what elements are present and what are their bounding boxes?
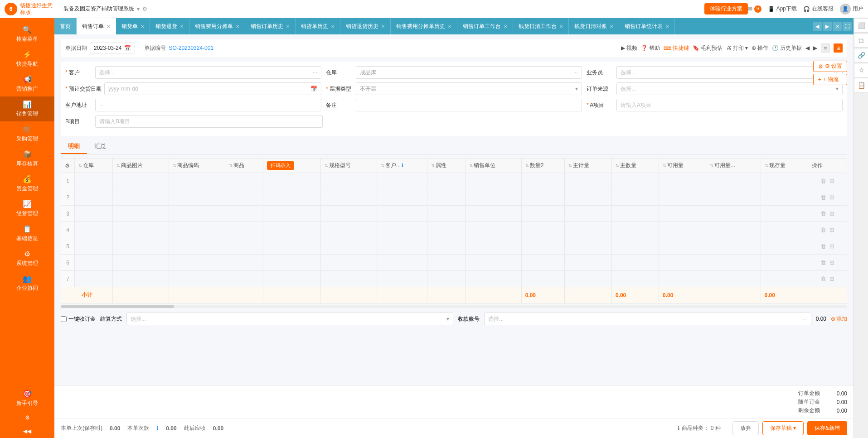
sidebar-item-quick-nav[interactable]: ⚡ 快捷导航 [0,47,54,72]
tab-stats[interactable]: 销售订单统计表 ✕ [619,18,675,34]
tab-return[interactable]: 销货退货 ✕ [150,18,189,34]
copy-row-button[interactable]: ⊞ [829,177,835,185]
right-btn-2[interactable]: ◻ [854,33,868,48]
add-logistics-button[interactable]: + + 物流 [813,74,847,85]
detail-tab[interactable]: 明细 [61,140,87,154]
history-button[interactable]: 🕐 历史单据 [772,44,802,52]
add-payment-button[interactable]: ⊕ 添加 [831,315,847,323]
sort-icon[interactable]: ⇅ [568,163,572,168]
sort-icon[interactable]: ⇅ [663,163,666,168]
sort-icon[interactable]: ⇅ [525,163,529,168]
delete-row-button[interactable]: 🗑 [820,274,827,283]
sidebar-item-beginner[interactable]: 🎯 新手引导 [0,386,54,411]
sidebar-item-inventory[interactable]: 📦 库存核算 [0,146,54,171]
view-video-button[interactable]: ▶ 视频 [621,44,637,52]
sidebar-settings-button[interactable]: ⚙ [0,411,54,424]
tab-return-history[interactable]: 销货退货历史 ✕ [340,18,391,34]
delete-row-button[interactable]: 🗑 [820,258,827,267]
b-project-input[interactable]: 请输入B项目 [95,115,323,128]
solution-button[interactable]: 体验行业方案 [704,3,748,14]
tab-sales-invoice[interactable]: 销货单 ✕ [116,18,150,34]
tab-close-all-button[interactable]: ✕ [833,22,842,31]
tab-close-icon[interactable]: ✕ [331,24,335,29]
sidebar-item-enterprise[interactable]: 👥 企业协同 [0,271,54,296]
one-click-checkbox[interactable] [61,316,67,322]
save-new-button[interactable]: 保存&新增 [807,421,847,435]
tab-daily-workbench[interactable]: 钱货日清工作台 ✕ [513,18,569,34]
delete-row-button[interactable]: 🗑 [820,226,827,234]
profit-button[interactable]: 🔖 毛利预估 [693,44,723,52]
tab-sales-order[interactable]: 销售订单 ✕ [77,18,116,34]
delete-row-button[interactable]: 🗑 [820,177,827,185]
user-menu[interactable]: 👤 用户 [840,4,863,14]
horizontal-scrollbar[interactable] [61,305,847,308]
discard-button[interactable]: 放弃 [732,421,759,435]
sort-icon[interactable]: ⇅ [381,163,384,168]
copy-row-button[interactable]: ⊞ [829,258,835,267]
sidebar-item-operations[interactable]: 📈 经营管理 [0,196,54,221]
invoice-type-input[interactable]: 不开票 ▾ [356,82,582,95]
salesperson-input[interactable]: 选择... [616,66,843,79]
help-button[interactable]: ❓ 帮助 [641,44,660,52]
copy-row-button[interactable]: ⊞ [829,226,835,234]
sort-icon[interactable]: ⇅ [765,163,768,168]
sort-icon[interactable]: ⇅ [229,163,233,168]
tab-close-icon[interactable]: ✕ [236,24,239,29]
tab-close-icon[interactable]: ✕ [286,24,290,29]
list-view-button[interactable]: ≡ [821,43,830,53]
online-support-button[interactable]: 🎧 在线客服 [803,5,834,13]
tab-fee-history[interactable]: 销售费用分摊单历史 ✕ [391,18,457,34]
sidebar-item-base-info[interactable]: 📋 基础信息 [0,221,54,246]
sidebar-item-sales[interactable]: 📊 销售管理 [0,96,54,121]
sidebar-item-marketing[interactable]: 📢 营销推广 [0,72,54,96]
scan-enter-button[interactable]: 扫码录入 [267,161,294,170]
tab-close-icon[interactable]: ✕ [180,24,184,29]
tab-fee-split[interactable]: 销售费用分摊单 ✕ [189,18,245,34]
sort-icon[interactable]: ⇅ [710,163,713,168]
sidebar-item-finance[interactable]: 💰 资金管理 [0,171,54,196]
sidebar-item-system[interactable]: ⚙ 系统管理 [0,246,54,271]
delete-row-button[interactable]: 🗑 [820,193,827,202]
tab-prev-button[interactable]: ◀ [813,22,822,31]
layout-next-button[interactable]: ▶ [813,45,817,51]
tab-close-icon[interactable]: ✕ [559,24,563,29]
tab-home[interactable]: 首页 [54,18,77,34]
info-icon[interactable]: ℹ [402,163,403,168]
delete-row-button[interactable]: 🗑 [820,242,827,250]
settle-method-select[interactable]: 选择... ▾ [126,313,453,325]
print-button[interactable]: 🖨 打印 ▾ [726,44,748,52]
table-settings-icon[interactable]: ⚙ [65,163,70,169]
tab-close-icon[interactable]: ✕ [504,24,507,29]
shortcut-button[interactable]: ⌨ 快捷键 [664,44,689,52]
copy-row-button[interactable]: ⊞ [829,242,835,250]
delivery-date-input[interactable]: yyyy-mm-dd 📅 [104,82,321,95]
grid-view-button[interactable]: ⊞ [834,43,843,53]
customer-input[interactable]: 选择... [95,66,321,79]
copy-row-button[interactable]: ⊞ [829,209,835,218]
app-download-button[interactable]: 📱 App下载 [768,5,797,13]
sidebar-collapse-button[interactable]: ◀◀ [0,424,54,438]
tab-expand-button[interactable]: ⛶ [843,22,852,31]
save-draft-dropdown-icon[interactable]: ▾ [793,425,796,431]
column-settings-button[interactable]: ⚙ ⚙ 设置 [813,61,847,72]
info-icon[interactable]: ℹ [156,425,159,432]
sort-icon[interactable]: ⇅ [616,163,619,168]
copy-row-button[interactable]: ⊞ [829,193,835,202]
tab-order-history[interactable]: 销售订单历史 ✕ [245,18,296,34]
sort-icon[interactable]: ⇅ [325,163,328,168]
tab-daily-reconcile[interactable]: 钱货日清对账 ✕ [569,18,619,34]
warehouse-input[interactable]: 成品库 [356,66,582,79]
tab-close-icon[interactable]: ✕ [610,24,613,29]
one-click-payment-checkbox[interactable]: 一键收订金 [61,315,96,323]
sort-icon[interactable]: ⇅ [78,163,82,168]
tab-close-icon[interactable]: ✕ [448,24,451,29]
customer-address-input[interactable] [95,99,321,111]
date-input[interactable]: 2023-03-24 📅 [90,43,135,53]
print-dropdown-icon[interactable]: ▾ [745,45,748,51]
sort-icon[interactable]: ⇅ [173,163,176,168]
more-actions-button[interactable]: ⊕ 操作 [752,44,768,52]
tab-order-workbench[interactable]: 销售订单工作台 ✕ [457,18,513,34]
layout-prev-button[interactable]: ◀ [805,45,810,51]
tab-next-button[interactable]: ▶ [823,22,832,31]
summary-tab[interactable]: 汇总 [87,140,113,154]
